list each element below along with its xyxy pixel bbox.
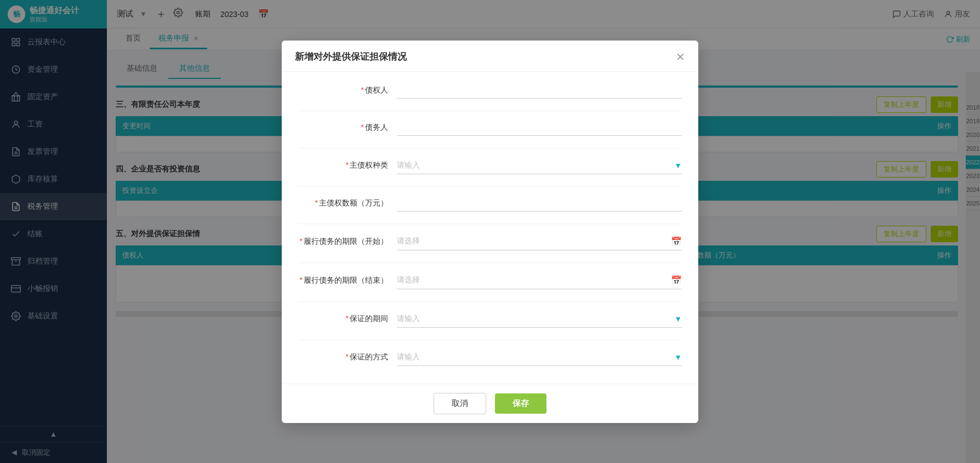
claim-type-select[interactable]: 请输入 ▼	[397, 157, 682, 174]
form-row-guarantee-method: *保证的方式 请输入 ▼	[298, 349, 682, 366]
guarantee-method-required: *	[346, 352, 349, 361]
claim-amount-label: *主债权数额（万元）	[298, 198, 397, 208]
period-start-picker[interactable]: 请选择 📅	[397, 233, 682, 250]
divider-1	[298, 111, 682, 111]
claim-amount-required: *	[315, 198, 318, 207]
creditor-label: *债权人	[298, 85, 397, 95]
modal-overlay: 新增对外提供保证担保情况 ✕ *债权人 *债务人	[0, 0, 980, 463]
add-guarantee-modal: 新增对外提供保证担保情况 ✕ *债权人 *债务人	[282, 41, 698, 423]
divider-2	[298, 148, 682, 148]
save-btn[interactable]: 保存	[495, 393, 546, 414]
modal-title: 新增对外提供保证担保情况	[295, 50, 407, 63]
claim-type-label: *主债权种类	[298, 161, 397, 170]
guarantee-method-placeholder: 请输入	[397, 352, 420, 362]
guarantee-period-required: *	[346, 314, 349, 323]
period-end-placeholder: 请选择	[397, 275, 420, 285]
debtor-required-mark: *	[361, 123, 364, 132]
modal-close-btn[interactable]: ✕	[676, 50, 685, 64]
guarantee-method-label: *保证的方式	[298, 352, 397, 362]
modal-body: *债权人 *债务人 *主债权种类 请输入 ▼	[282, 72, 698, 384]
period-start-cal-icon: 📅	[671, 236, 682, 247]
form-row-period-end: *履行债务的期限（结束） 请选择 📅	[298, 272, 682, 289]
claim-type-placeholder: 请输入	[397, 161, 420, 170]
period-end-required: *	[300, 276, 303, 284]
divider-4	[298, 224, 682, 224]
claim-amount-input[interactable]	[397, 196, 682, 212]
claim-type-arrow-icon: ▼	[674, 161, 682, 170]
period-start-label: *履行债务的期限（开始）	[298, 237, 397, 247]
guarantee-method-select[interactable]: 请输入 ▼	[397, 349, 682, 366]
period-end-cal-icon: 📅	[671, 275, 682, 285]
guarantee-period-placeholder: 请输入	[397, 314, 420, 324]
form-row-claim-amount: *主债权数额（万元）	[298, 196, 682, 212]
divider-6	[298, 301, 682, 302]
modal-footer: 取消 保存	[282, 384, 698, 423]
divider-3	[298, 186, 682, 187]
period-end-picker[interactable]: 请选择 📅	[397, 272, 682, 289]
period-end-label: *履行债务的期限（结束）	[298, 276, 397, 285]
creditor-input[interactable]	[397, 83, 682, 99]
debtor-input[interactable]	[397, 120, 682, 136]
claim-type-required: *	[346, 161, 349, 169]
guarantee-method-arrow-icon: ▼	[674, 353, 682, 362]
guarantee-period-select[interactable]: 请输入 ▼	[397, 311, 682, 328]
guarantee-period-arrow-icon: ▼	[674, 315, 682, 323]
divider-5	[298, 262, 682, 263]
divider-7	[298, 340, 682, 340]
form-row-debtor: *债务人	[298, 120, 682, 136]
creditor-required-mark: *	[361, 85, 364, 94]
cancel-btn[interactable]: 取消	[434, 393, 486, 414]
period-start-required: *	[300, 237, 303, 245]
period-start-placeholder: 请选择	[397, 236, 420, 246]
debtor-label: *债务人	[298, 123, 397, 133]
form-row-claim-type: *主债权种类 请输入 ▼	[298, 157, 682, 174]
guarantee-period-label: *保证的期间	[298, 314, 397, 324]
form-row-guarantee-period: *保证的期间 请输入 ▼	[298, 311, 682, 328]
form-row-period-start: *履行债务的期限（开始） 请选择 📅	[298, 233, 682, 250]
modal-header: 新增对外提供保证担保情况 ✕	[282, 41, 698, 72]
form-row-creditor: *债权人	[298, 83, 682, 99]
